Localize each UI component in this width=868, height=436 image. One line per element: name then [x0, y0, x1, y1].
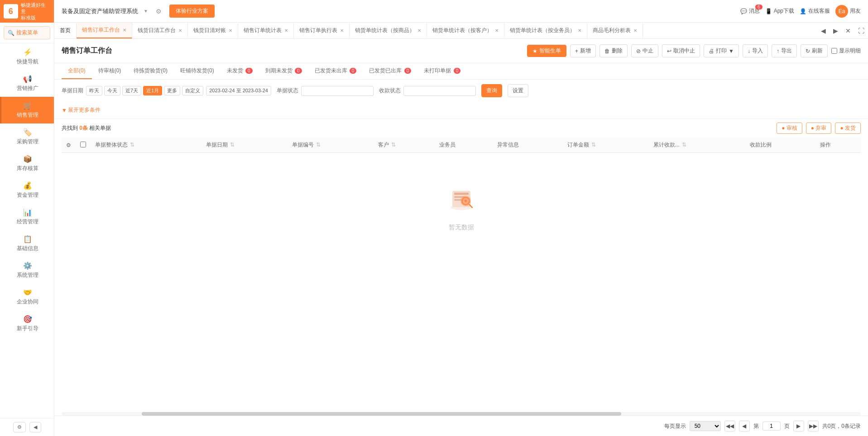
stop-button[interactable]: ⊘ 中止: [631, 44, 658, 57]
tab-close-icon[interactable]: ✕: [633, 28, 637, 33]
sort-customer-icon[interactable]: ⇅: [391, 142, 396, 148]
tab-sales-workbench[interactable]: 销售订单工作台 ✕: [77, 23, 132, 38]
tab-sales-summary-product[interactable]: 销货单统计表（按商品） ✕: [350, 23, 427, 38]
sub-tab-not-shipped[interactable]: 未发货 0: [221, 63, 259, 79]
batch-cancel-button[interactable]: ● 弃审: [806, 123, 832, 134]
tab-cash-daily[interactable]: 钱货日清工作台 ✕: [132, 23, 188, 38]
export-button[interactable]: ↑ 导出: [772, 44, 797, 57]
industry-solution-button[interactable]: 体验行业方案: [169, 5, 215, 18]
date-range-display[interactable]: 2023-02-24 至 2023-03-24: [206, 86, 271, 95]
sub-tab-pending-review[interactable]: 待审核(0): [92, 63, 128, 79]
sub-tab-wangpu-ship[interactable]: 旺铺待发货(0): [174, 63, 221, 79]
scrollbar-thumb[interactable]: [142, 412, 621, 416]
tabs-close-all-button[interactable]: ✕: [842, 25, 854, 36]
pagination: 每页显示 20 50 100 200 ◀◀ ◀ 第 页 ▶ ▶▶ 共0页，0条记…: [54, 416, 868, 436]
tab-close-icon[interactable]: ✕: [178, 28, 182, 33]
add-icon: +: [575, 48, 578, 54]
tab-sales-summary-customer[interactable]: 销货单统计表（按客户） ✕: [427, 23, 504, 38]
sort-amount-icon[interactable]: ⇅: [591, 142, 596, 148]
date-btn-1month[interactable]: 近1月: [143, 86, 162, 95]
sidebar-item-base-info[interactable]: 📋 基础信息: [0, 230, 54, 257]
select-all-checkbox[interactable]: [80, 142, 86, 147]
horizontal-scrollbar[interactable]: [62, 412, 861, 416]
message-button[interactable]: 💬 消息 6: [740, 7, 760, 15]
next-page-button[interactable]: ▶: [793, 421, 804, 431]
tab-sales-summary-staff[interactable]: 销货单统计表（按业务员） ✕: [504, 23, 587, 38]
last-page-button[interactable]: ▶▶: [808, 421, 819, 431]
sub-tab-shipped-out[interactable]: 已发货已出库 0: [363, 63, 417, 79]
system-settings-icon[interactable]: ⚙: [153, 5, 164, 17]
date-btn-7days[interactable]: 近7天: [122, 86, 141, 95]
page-size-select[interactable]: 20 50 100 200: [690, 421, 721, 431]
first-page-button[interactable]: ◀◀: [724, 421, 735, 431]
search-menu-button[interactable]: 🔍 搜索菜单: [4, 26, 50, 39]
search-button[interactable]: 查询: [481, 84, 502, 97]
sidebar-item-sales[interactable]: 🛒 销售管理: [0, 97, 54, 123]
tab-sales-stats[interactable]: 销售订单统计表 ✕: [238, 23, 294, 38]
sidebar-item-guide[interactable]: 🎯 新手引导: [0, 310, 54, 337]
tab-close-icon[interactable]: ✕: [495, 28, 499, 33]
batch-ship-button[interactable]: ● 发货: [835, 123, 861, 134]
sub-tab-pending-inspect[interactable]: 待拣货验货(0): [127, 63, 174, 79]
tab-close-icon[interactable]: ✕: [417, 28, 421, 33]
delete-button[interactable]: 🗑 删除: [599, 44, 628, 57]
sidebar-item-system[interactable]: ⚙️ 系统管理: [0, 257, 54, 284]
app-download-button[interactable]: 📱 App下载: [765, 7, 794, 15]
sub-tab-overdue-not-shipped[interactable]: 到期未发货 0: [259, 63, 308, 79]
date-btn-custom[interactable]: 自定义: [182, 86, 203, 95]
tab-close-icon[interactable]: ✕: [578, 28, 581, 33]
sub-tab-not-printed[interactable]: 未打印单据 0: [417, 63, 467, 79]
status-filter-select[interactable]: [301, 86, 374, 96]
date-btn-today[interactable]: 今天: [104, 86, 120, 95]
date-btn-more[interactable]: 更多: [164, 86, 180, 95]
system-dropdown-icon[interactable]: ▼: [144, 9, 148, 14]
sidebar-item-operation[interactable]: 📊 经营管理: [0, 204, 54, 230]
sub-tab-all[interactable]: 全部(0): [62, 63, 92, 79]
cancel-stop-button[interactable]: ↩ 取消中止: [662, 44, 700, 57]
tab-product-margin[interactable]: 商品毛利分析表 ✕: [587, 23, 643, 38]
sidebar-item-quick-nav[interactable]: ⚡ 快捷导航: [0, 43, 54, 70]
th-gear[interactable]: ⚙: [62, 137, 76, 153]
sort-collected-icon[interactable]: ⇅: [682, 142, 686, 148]
th-action: 操作: [815, 137, 861, 153]
sub-tab-shipped-not-out[interactable]: 已发货未出库 0: [308, 63, 363, 79]
refresh-button[interactable]: ↻ 刷新: [801, 44, 828, 57]
th-checkbox[interactable]: [76, 137, 91, 153]
smart-create-button[interactable]: ★ 智能生单: [527, 45, 566, 57]
user-menu[interactable]: Ea 用友: [835, 5, 861, 18]
batch-review-button[interactable]: ● 审核: [777, 123, 802, 134]
tab-home[interactable]: 首页: [54, 23, 77, 38]
online-service-button[interactable]: 👤 在线客服: [800, 7, 830, 15]
import-button[interactable]: ↓ 导入: [743, 44, 768, 57]
stop-icon: ⊘: [636, 48, 641, 54]
tab-close-icon[interactable]: ✕: [340, 28, 344, 33]
sidebar-item-marketing[interactable]: 📢 营销推广: [0, 70, 54, 97]
sort-status-icon[interactable]: ⇅: [130, 142, 134, 148]
date-btn-yesterday[interactable]: 昨天: [86, 86, 102, 95]
show-detail-checkbox[interactable]: 显示明细: [831, 47, 861, 55]
sort-date-icon[interactable]: ⇅: [230, 142, 235, 148]
sort-number-icon[interactable]: ⇅: [316, 142, 321, 148]
tab-close-icon[interactable]: ✕: [229, 28, 232, 33]
sidebar-item-enterprise[interactable]: 🤝 企业协同: [0, 284, 54, 310]
collapse-button[interactable]: ◀: [29, 422, 41, 432]
settings-filter-button[interactable]: 设置: [508, 84, 528, 97]
settings-button[interactable]: ⚙: [13, 422, 26, 432]
sidebar-item-finance[interactable]: 💰 资金管理: [0, 177, 54, 204]
tabs-prev-button[interactable]: ◀: [817, 25, 830, 36]
sidebar-item-inventory[interactable]: 📦 库存核算: [0, 150, 54, 177]
tabs-next-button[interactable]: ▶: [830, 25, 842, 36]
payment-filter-select[interactable]: [403, 86, 476, 96]
sidebar-item-purchase[interactable]: 🏷️ 采购管理: [0, 123, 54, 150]
tab-sales-exec[interactable]: 销售订单执行表 ✕: [294, 23, 350, 38]
page-number-input[interactable]: [762, 422, 781, 431]
show-detail-input[interactable]: [831, 48, 837, 54]
prev-page-button[interactable]: ◀: [739, 421, 750, 431]
print-button[interactable]: 🖨 打印 ▼: [704, 44, 739, 57]
add-button[interactable]: + 新增: [570, 44, 596, 57]
expand-filters-button[interactable]: ▼ 展开更多条件: [62, 106, 861, 114]
tab-close-icon[interactable]: ✕: [123, 28, 126, 33]
tabs-fullscreen-button[interactable]: ⛶: [854, 25, 868, 36]
tab-close-icon[interactable]: ✕: [284, 28, 288, 33]
tab-cash-reconcile[interactable]: 钱货日清对账 ✕: [188, 23, 238, 38]
